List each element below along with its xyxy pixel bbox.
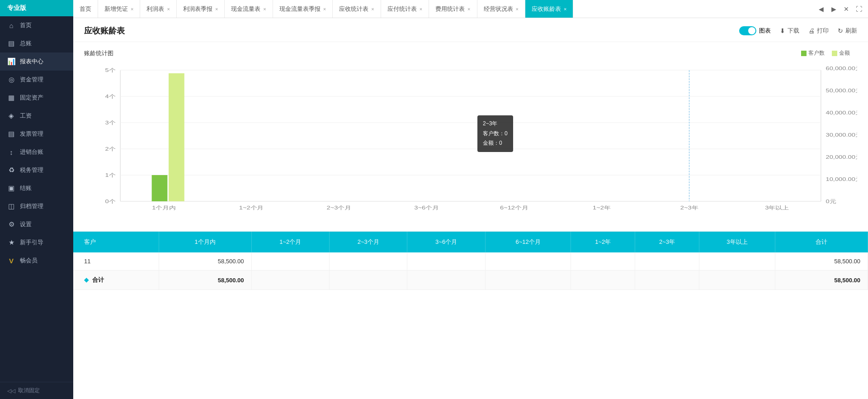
assets-icon: ▦ (7, 94, 15, 102)
sidebar-item-label: 固定资产 (20, 94, 43, 102)
tab-bar: 首页 新增凭证 × 利润表 × 利润表季报 × 现金流量表 × 现金流量表季报 … (73, 0, 868, 18)
download-button[interactable]: ⬇ 下载 (780, 27, 799, 35)
sidebar-pin-toggle[interactable]: ◁◁ 取消固定 (0, 382, 73, 399)
home-icon: ⌂ (7, 22, 15, 29)
print-label: 打印 (817, 27, 829, 35)
chart-toggle[interactable]: 图表 (739, 26, 771, 35)
tab-operations-close[interactable]: × (516, 6, 519, 12)
sidebar-item-label: 发票管理 (20, 130, 43, 138)
tab-cashflow-close[interactable]: × (263, 6, 266, 12)
svg-text:1~2年: 1~2年 (593, 205, 611, 211)
tab-profit-quarter-label: 利润表季报 (183, 5, 212, 13)
svg-text:40,000.00元: 40,000.00元 (826, 110, 857, 116)
sidebar-item-funds[interactable]: ◎ 资金管理 (0, 71, 73, 89)
sales-icon: ↕ (7, 148, 15, 156)
sidebar-item-label: 畅会员 (20, 256, 38, 265)
cell-month1-2 (251, 252, 329, 271)
sidebar-item-guide[interactable]: ★ 新手引导 (0, 233, 73, 252)
tab-ar-aging[interactable]: 应收账龄表 × (525, 0, 573, 18)
col-header-year3plus: 3年以上 (699, 232, 775, 252)
tab-controls: ◀ ▶ ✕ ⛶ (812, 4, 868, 14)
total-total: 58,500.00 (775, 271, 868, 290)
tab-maximize-button[interactable]: ⛶ (854, 4, 864, 14)
sidebar-item-sales[interactable]: ↕ 进销台账 (0, 143, 73, 161)
page-content: 应收账龄表 图表 ⬇ 下载 🖨 打印 ↻ 刷新 (73, 18, 868, 399)
refresh-icon: ↻ (838, 27, 843, 34)
tab-ar-aging-close[interactable]: × (564, 6, 566, 12)
header-actions: 图表 ⬇ 下载 🖨 打印 ↻ 刷新 (739, 26, 857, 35)
tab-prev-button[interactable]: ◀ (816, 4, 826, 14)
tab-cashflow-quarter-close[interactable]: × (323, 6, 326, 12)
legend-amount-label: 金额 (839, 49, 850, 57)
tab-ap-stats[interactable]: 应付统计表 × (381, 0, 429, 18)
tab-close-button[interactable]: ✕ (841, 4, 852, 14)
col-header-customer: 客户 (73, 232, 159, 252)
cell-year3plus (699, 252, 775, 271)
tab-cashflow-quarter-label: 现金流量表季报 (279, 5, 321, 13)
svg-text:3个: 3个 (105, 120, 116, 126)
sidebar-item-assets[interactable]: ▦ 固定资产 (0, 89, 73, 107)
svg-text:3~6个月: 3~6个月 (414, 205, 439, 211)
print-icon: 🖨 (808, 27, 815, 34)
sidebar-item-label: 总账 (20, 39, 32, 48)
settings-icon: ⚙ (7, 220, 15, 228)
tab-operations[interactable]: 经营状况表 × (477, 0, 525, 18)
invoice-icon: ▤ (7, 130, 15, 138)
svg-text:2~3年: 2~3年 (680, 205, 698, 211)
sidebar-item-tax[interactable]: ♻ 税务管理 (0, 161, 73, 179)
page-header: 应收账龄表 图表 ⬇ 下载 🖨 打印 ↻ 刷新 (73, 18, 868, 42)
tab-profit-label: 利润表 (146, 5, 164, 13)
tab-voucher-close[interactable]: × (131, 6, 133, 12)
tab-expense-stats[interactable]: 费用统计表 × (429, 0, 477, 18)
sidebar-item-label: 进销台账 (20, 148, 43, 156)
tab-next-button[interactable]: ▶ (828, 4, 839, 14)
tab-ar-stats[interactable]: 应收统计表 × (333, 0, 381, 18)
sidebar-item-reports[interactable]: 📊 报表中心 (0, 52, 73, 71)
legend-customer: 客户数 (801, 49, 825, 57)
funds-icon: ◎ (7, 76, 15, 84)
sidebar-item-vip[interactable]: V 畅会员 (0, 252, 73, 270)
sidebar-item-settings[interactable]: ⚙ 设置 (0, 215, 73, 233)
svg-text:3年以上: 3年以上 (765, 205, 788, 211)
chart-container: 0个 1个 2个 3个 4个 5个 0元 10,000.00元 20,000.0… (84, 61, 857, 224)
table-row: 11 58,500.00 58,500.00 (73, 252, 868, 271)
tab-profit-close[interactable]: × (167, 6, 170, 12)
tab-profit-quarter[interactable]: 利润表季报 × (177, 0, 225, 18)
svg-text:60,000.00元: 60,000.00元 (826, 66, 857, 71)
tab-home[interactable]: 首页 (73, 0, 98, 18)
sidebar-item-invoice[interactable]: ▤ 发票管理 (0, 125, 73, 143)
print-button[interactable]: 🖨 打印 (808, 27, 829, 35)
bar-customer-1 (152, 175, 168, 201)
tab-profit-quarter-close[interactable]: × (215, 6, 218, 12)
tab-home-label: 首页 (80, 5, 91, 13)
total-icon: ◆ (84, 276, 89, 283)
cell-month1: 58,500.00 (159, 252, 251, 271)
sidebar-logo: 专业版 (0, 0, 73, 16)
sidebar-item-label: 新手引导 (20, 238, 43, 247)
tab-ap-stats-close[interactable]: × (420, 6, 422, 12)
tab-ar-stats-close[interactable]: × (371, 6, 374, 12)
tab-cashflow[interactable]: 现金流量表 × (225, 0, 273, 18)
sidebar-item-closing[interactable]: ▣ 结账 (0, 179, 73, 197)
refresh-label: 刷新 (845, 27, 857, 35)
tab-expense-stats-close[interactable]: × (467, 6, 470, 12)
tab-operations-label: 经营状况表 (484, 5, 513, 13)
sidebar-item-label: 设置 (20, 220, 32, 228)
sidebar-item-archive[interactable]: ◫ 归档管理 (0, 197, 73, 215)
guide-icon: ★ (7, 238, 15, 247)
tab-voucher[interactable]: 新增凭证 × (98, 0, 140, 18)
svg-text:1个月内: 1个月内 (152, 205, 175, 211)
legend-customer-dot (801, 51, 807, 56)
tab-cashflow-quarter[interactable]: 现金流量表季报 × (273, 0, 333, 18)
toggle-track[interactable] (739, 26, 756, 35)
sidebar-item-home[interactable]: ⌂ 首页 (0, 16, 73, 34)
sidebar-item-payroll[interactable]: ◈ 工资 (0, 107, 73, 125)
col-header-month2-3: 2~3个月 (329, 232, 407, 252)
svg-text:10,000.00元: 10,000.00元 (826, 176, 857, 182)
table-area: 客户 1个月内 1~2个月 2~3个月 3~6个月 6~12个月 1~2年 2~… (73, 232, 868, 399)
tab-profit[interactable]: 利润表 × (140, 0, 176, 18)
refresh-button[interactable]: ↻ 刷新 (838, 27, 857, 35)
svg-text:0元: 0元 (826, 199, 836, 204)
total-month3-6 (407, 271, 485, 290)
sidebar-item-ledger[interactable]: ▤ 总账 (0, 34, 73, 52)
